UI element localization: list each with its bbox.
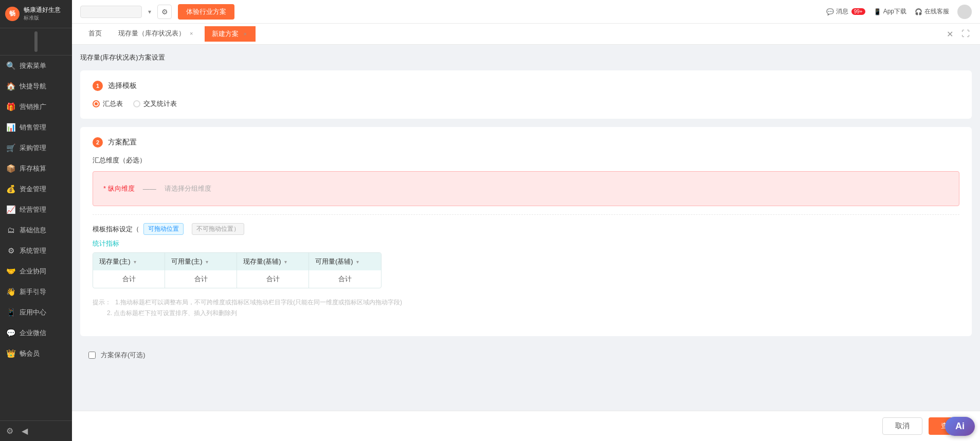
basic-info-label: 基础信息 — [20, 226, 46, 235]
scroll-track — [34, 31, 38, 52]
table-header: 现存量(主) ▾ 可用量(主) ▾ 现存量(基辅) ▾ 可用量(基辅) — [93, 253, 381, 270]
sidebar-item-management[interactable]: 📈 经营管理 — [0, 199, 72, 220]
save-label: 方案保存(可选) — [101, 351, 146, 360]
statistics-table: 现存量(主) ▾ 可用量(主) ▾ 现存量(基辅) ▾ 可用量(基辅) — [93, 252, 382, 288]
sidebar-item-sales[interactable]: 📊 销售管理 — [0, 117, 72, 138]
download-icon: 📱 — [874, 8, 881, 15]
radio-cross-label: 交叉统计表 — [143, 99, 177, 108]
summary-dimension-label: 汇总维度（必选） — [93, 156, 959, 165]
sidebar-settings-button[interactable]: ⚙ — [6, 426, 13, 436]
radio-cross[interactable]: 交叉统计表 — [133, 99, 177, 108]
management-icon: 📈 — [6, 205, 15, 214]
step1-card: 1 选择模板 汇总表 交叉统计表 — [80, 70, 972, 119]
sidebar-item-quick-nav[interactable]: 🏠 快捷导航 — [0, 76, 72, 97]
table-body: 合计 合计 合计 合计 — [93, 270, 381, 288]
body-col-4: 合计 — [309, 270, 381, 288]
sidebar-item-basic-info[interactable]: 🗂 基础信息 — [0, 220, 72, 241]
purchase-label: 采购管理 — [20, 143, 46, 153]
guide-icon: 👋 — [6, 287, 15, 297]
col-chevron-3[interactable]: ▾ — [284, 259, 287, 265]
inventory-icon: 📦 — [6, 164, 15, 173]
step2-num: 2 — [93, 137, 103, 148]
col-available-main: 可用量(主) ▾ — [165, 253, 237, 270]
vertical-dimension-area[interactable]: * 纵向维度 —— 请选择分组维度 — [93, 171, 959, 206]
user-avatar[interactable] — [957, 5, 972, 19]
sidebar-search[interactable]: 🔍 搜索菜单 — [0, 56, 72, 76]
finance-label: 资金管理 — [20, 185, 46, 194]
customer-service-item[interactable]: 🎧 在线客服 — [915, 7, 949, 16]
tab-new-close[interactable]: × — [242, 30, 248, 38]
step1-num: 1 — [93, 81, 103, 91]
col-chevron-4[interactable]: ▾ — [356, 259, 359, 265]
body-col-1: 合计 — [93, 270, 165, 288]
step1-header: 1 选择模板 — [93, 81, 959, 91]
tip-1: 提示： 1.拖动标题栏可以调整布局，不可跨维度或指标区域拖动栏目字段(只能在同一… — [93, 298, 959, 307]
headset-icon: 🎧 — [915, 8, 922, 15]
topbar-right: 💬 消息 99+ 📱 App下载 🎧 在线客服 — [826, 5, 972, 19]
step2-title: 方案配置 — [108, 138, 137, 147]
main-area: ▾ ⚙ 体验行业方案 💬 消息 99+ 📱 App下载 🎧 在线客服 首页 — [72, 0, 980, 441]
sidebar-item-member[interactable]: 👑 畅会员 — [0, 343, 72, 364]
sidebar-item-guide[interactable]: 👋 新手引导 — [0, 282, 72, 302]
ai-fab-button[interactable]: Ai — [945, 417, 975, 436]
template-radio-group: 汇总表 交叉统计表 — [93, 99, 959, 108]
body-col-3: 合计 — [237, 270, 309, 288]
dropdown-icon[interactable]: ▾ — [148, 8, 151, 15]
cooperation-icon: 🤝 — [6, 267, 15, 276]
non-draggable-tag: 不可拖动位置） — [192, 223, 244, 235]
sidebar-collapse-button[interactable]: ◀ — [22, 426, 28, 436]
settings-button[interactable]: ⚙ — [157, 5, 172, 19]
page-title: 现存量(库存状况表)方案设置 — [80, 53, 972, 62]
management-label: 经营管理 — [20, 205, 46, 214]
breadcrumb-input[interactable] — [80, 6, 142, 18]
col-chevron-2[interactable]: ▾ — [206, 259, 208, 265]
sidebar-item-cooperation[interactable]: 🤝 企业协同 — [0, 261, 72, 282]
logo-icon: 畅 — [5, 7, 20, 21]
sidebar-footer: ⚙ ◀ — [0, 420, 72, 441]
tabbar-expand-button[interactable]: ⛶ — [959, 27, 972, 41]
radio-summary[interactable]: 汇总表 — [93, 99, 123, 108]
col-chevron-1[interactable]: ▾ — [134, 259, 136, 265]
app-edition: 标准版 — [24, 14, 61, 22]
app-download-item[interactable]: 📱 App下载 — [874, 7, 906, 16]
search-label: 搜索菜单 — [20, 61, 46, 70]
tab-home[interactable]: 首页 — [80, 24, 110, 44]
save-checkbox[interactable] — [88, 352, 96, 359]
radio-cross-circle — [133, 100, 140, 107]
sidebar-item-marketing[interactable]: 🎁 营销推广 — [0, 97, 72, 117]
sales-label: 销售管理 — [20, 123, 46, 132]
config-section: 汇总维度（必选） * 纵向维度 —— 请选择分组维度 模板指标设定（ 可拖动位置… — [93, 156, 959, 318]
col-available-aux: 可用量(基辅) ▾ — [309, 253, 381, 270]
sidebar-nav: 🏠 快捷导航 🎁 营销推广 📊 销售管理 🛒 采购管理 📦 库存核算 💰 资金管… — [0, 76, 72, 420]
action-bar: 取消 查询 — [72, 411, 980, 441]
tips-section: 提示： 1.拖动标题栏可以调整布局，不可跨维度或指标区域拖动栏目字段(只能在同一… — [93, 298, 959, 318]
sidebar-item-purchase[interactable]: 🛒 采购管理 — [0, 138, 72, 158]
step2-header: 2 方案配置 — [93, 137, 959, 148]
wechat-label: 企业微信 — [20, 328, 46, 338]
system-label: 系统管理 — [20, 246, 46, 255]
sidebar-item-wechat[interactable]: 💬 企业微信 — [0, 323, 72, 343]
inventory-label: 库存核算 — [20, 164, 46, 173]
app-center-icon: 📱 — [6, 308, 15, 317]
app-name: 畅康通好生意 — [24, 6, 61, 14]
sidebar-item-app-center[interactable]: 📱 应用中心 — [0, 302, 72, 323]
tab-inventory-status[interactable]: 现存量（库存状况表） × — [110, 24, 203, 44]
vertical-dimension-label: * 纵向维度 — [103, 184, 135, 193]
content-footer: 方案保存(可选) — [80, 344, 972, 366]
quick-nav-icon: 🏠 — [6, 82, 15, 91]
sidebar-item-inventory[interactable]: 📦 库存核算 — [0, 158, 72, 179]
message-item[interactable]: 💬 消息 99+ — [826, 7, 865, 16]
sidebar-item-system[interactable]: ⚙ 系统管理 — [0, 241, 72, 261]
experience-button[interactable]: 体验行业方案 — [178, 4, 234, 20]
message-badge: 99+ — [851, 8, 865, 15]
tip-2: 2. 点击标题栏下拉可设置排序、插入列和删除列 — [93, 309, 959, 318]
tabbar-close-button[interactable]: ✕ — [945, 27, 955, 41]
tabbar-right: ✕ ⛶ — [945, 27, 972, 41]
app-center-label: 应用中心 — [20, 308, 46, 317]
cancel-button[interactable]: 取消 — [882, 417, 922, 435]
sidebar-scroll-indicator — [0, 28, 72, 56]
tab-new-plan[interactable]: 新建方案 × — [205, 26, 255, 42]
sidebar-item-finance[interactable]: 💰 资金管理 — [0, 179, 72, 199]
content-area: 现存量(库存状况表)方案设置 1 选择模板 汇总表 交叉统计表 2 — [72, 45, 980, 411]
tab-inventory-close[interactable]: × — [188, 30, 194, 37]
